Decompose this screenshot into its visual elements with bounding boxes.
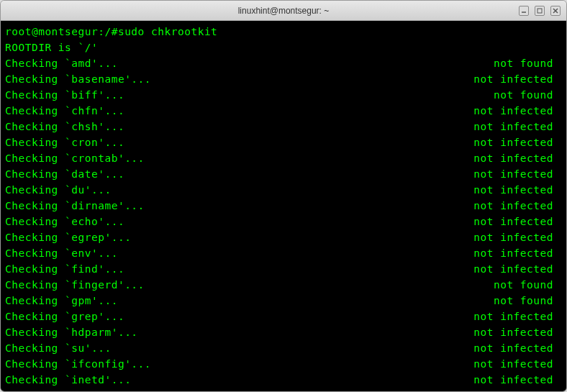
check-line: Checking `inetd'...not infected (5, 372, 562, 388)
check-label: Checking `fingerd'... (5, 277, 145, 293)
check-label: Checking `egrep'... (5, 229, 131, 245)
check-line: Checking `find'...not infected (5, 261, 562, 277)
check-status: not infected (473, 324, 562, 340)
command-text: sudo chkrootkit (118, 24, 217, 40)
check-label: Checking `date'... (5, 166, 124, 182)
check-label: Checking `find'... (5, 261, 124, 277)
check-status: not found (494, 87, 562, 103)
check-line: Checking `amd'...not found (5, 55, 562, 71)
check-line: Checking `echo'...not infected (5, 214, 562, 229)
svg-rect-1 (537, 9, 542, 13)
check-status: not infected (473, 229, 562, 245)
check-status: not found (494, 277, 562, 293)
check-status: not infected (473, 150, 562, 166)
check-status: not infected (473, 245, 562, 261)
window-titlebar: linuxhint@montsegur: ~ (1, 1, 566, 21)
check-line: Checking `basename'...not infected (5, 71, 562, 87)
maximize-icon (537, 8, 543, 14)
check-label: Checking `amd'... (5, 55, 118, 71)
check-status: not infected (473, 182, 562, 198)
check-label: Checking `crontab'... (5, 150, 145, 166)
check-label: Checking `cron'... (5, 135, 124, 150)
check-status: not infected (473, 309, 562, 324)
check-status: not infected (473, 372, 562, 388)
check-label: Checking `env'... (5, 245, 118, 261)
check-line: Checking `date'...not infected (5, 166, 562, 182)
check-label: Checking `su'... (5, 340, 112, 356)
window-controls (519, 6, 561, 16)
check-label: Checking `inetd'... (5, 372, 131, 388)
check-status: not infected (473, 198, 562, 214)
terminal-body[interactable]: root@montsegur:/# sudo chkrootkit ROOTDI… (1, 21, 566, 391)
check-label: Checking `grep'... (5, 309, 124, 324)
check-label: Checking `du'... (5, 182, 112, 198)
check-status: not found (494, 55, 562, 71)
window-title: linuxhint@montsegur: ~ (238, 6, 330, 16)
check-line: Checking `chfn'...not infected (5, 103, 562, 119)
check-status: not infected (473, 166, 562, 182)
check-label: Checking `chsh'... (5, 119, 124, 135)
check-label: Checking `biff'... (5, 87, 124, 103)
check-line: Checking `gpm'...not found (5, 293, 562, 309)
rootdir-line: ROOTDIR is `/' (5, 40, 562, 55)
check-status: not infected (473, 119, 562, 135)
check-status: not infected (473, 103, 562, 119)
close-button[interactable] (550, 6, 561, 16)
check-status: not infected (473, 214, 562, 229)
check-line: Checking `su'...not infected (5, 340, 562, 356)
check-line: Checking `crontab'...not infected (5, 150, 562, 166)
check-line: Checking `env'...not infected (5, 245, 562, 261)
check-status: not infected (473, 135, 562, 150)
check-label: Checking `dirname'... (5, 198, 145, 214)
check-line: Checking `grep'...not infected (5, 309, 562, 324)
check-line: Checking `egrep'...not infected (5, 229, 562, 245)
shell-prompt: root@montsegur:/# (5, 24, 118, 40)
check-label: Checking `basename'... (5, 71, 151, 87)
check-status: not infected (473, 340, 562, 356)
minimize-icon (521, 8, 527, 14)
check-line: Checking `biff'...not found (5, 87, 562, 103)
check-status: not found (494, 293, 562, 309)
check-line: Checking `dirname'...not infected (5, 198, 562, 214)
check-label: Checking `gpm'... (5, 293, 118, 309)
terminal-window: linuxhint@montsegur: ~ root@montsegur:/#… (0, 0, 567, 392)
check-label: Checking `ifconfig'... (5, 356, 151, 372)
minimize-button[interactable] (519, 6, 529, 16)
maximize-button[interactable] (535, 6, 545, 16)
close-icon (553, 8, 558, 14)
check-status: not infected (473, 261, 562, 277)
check-line: Checking `fingerd'...not found (5, 277, 562, 293)
check-status: not infected (473, 356, 562, 372)
check-line: Checking `hdparm'...not infected (5, 324, 562, 340)
check-line: Checking `cron'...not infected (5, 135, 562, 150)
check-line: Checking `du'...not infected (5, 182, 562, 198)
checks-output: Checking `amd'...not foundChecking `base… (5, 55, 562, 388)
check-line: Checking `chsh'...not infected (5, 119, 562, 135)
check-label: Checking `chfn'... (5, 103, 124, 119)
check-label: Checking `echo'... (5, 214, 124, 229)
check-line: Checking `ifconfig'...not infected (5, 356, 562, 372)
prompt-line: root@montsegur:/# sudo chkrootkit (5, 24, 562, 40)
check-status: not infected (473, 71, 562, 87)
check-label: Checking `hdparm'... (5, 324, 138, 340)
